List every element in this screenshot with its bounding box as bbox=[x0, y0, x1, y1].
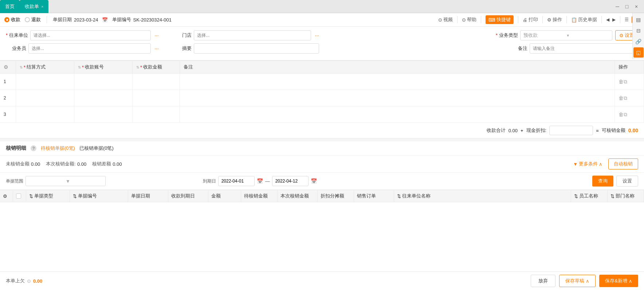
bth-sales: 销售订单 bbox=[354, 190, 394, 202]
th-account-label: * bbox=[82, 64, 84, 70]
save-draft-button[interactable]: 保存草稿 ∧ bbox=[559, 275, 596, 287]
row2-copy-icon[interactable]: ⧉ bbox=[624, 95, 627, 101]
note-field: 备注 bbox=[507, 43, 638, 54]
settings-gear-icon: ⚙ bbox=[4, 64, 8, 70]
store-input[interactable] bbox=[194, 30, 311, 40]
counterpart-more-icon[interactable]: ··· bbox=[154, 32, 159, 38]
td-row3-amount[interactable] bbox=[133, 106, 180, 122]
td-row1-method[interactable] bbox=[16, 74, 74, 90]
receipt-radio[interactable]: 收款 bbox=[4, 16, 20, 23]
td-row3-account[interactable] bbox=[74, 106, 133, 122]
row1-copy-icon[interactable]: ⧉ bbox=[624, 79, 627, 85]
window-min-button[interactable]: ─ bbox=[614, 3, 621, 10]
due-to-input[interactable] bbox=[272, 176, 309, 186]
refund-radio[interactable]: 退款 bbox=[25, 16, 41, 23]
staff-input[interactable] bbox=[28, 43, 151, 54]
prev-button[interactable]: ◀ bbox=[606, 17, 609, 22]
tab-receipt-close[interactable]: × bbox=[41, 4, 43, 9]
toolbar-divider-6 bbox=[566, 16, 567, 23]
save-new-button[interactable]: 保存&新增 ∧ bbox=[599, 275, 638, 287]
done-tab[interactable]: 已核销单据(0笔) bbox=[79, 145, 114, 152]
tab-receipt[interactable]: 收款单 × bbox=[20, 0, 48, 13]
td-row2-amount[interactable] bbox=[133, 90, 180, 106]
store-more-icon[interactable]: ··· bbox=[315, 32, 319, 38]
td-row2-account[interactable] bbox=[74, 90, 133, 106]
cal-from-icon[interactable]: 📅 bbox=[257, 178, 263, 184]
bth-pending: 待核销金额 bbox=[241, 190, 278, 202]
settings-gear-icon: ⚙ bbox=[619, 33, 624, 38]
refund-radio-dot bbox=[25, 17, 30, 22]
more-conditions-button[interactable]: ▼ 更多条件 ∧ bbox=[573, 161, 602, 167]
sidebar-icon-2[interactable]: ⊟ bbox=[633, 26, 644, 36]
th-settings[interactable]: ⚙ bbox=[0, 61, 16, 73]
ops-button[interactable]: ⚙ 操作 bbox=[547, 16, 562, 23]
shortcut-button[interactable]: ⌨ 快捷键 bbox=[486, 15, 514, 24]
date-picker-icon[interactable]: 📅 bbox=[102, 17, 108, 23]
writeoff-help-icon[interactable]: ? bbox=[31, 145, 36, 151]
bth-amount: 金额 bbox=[208, 190, 241, 202]
sidebar-icon-4[interactable]: ◱ bbox=[633, 47, 644, 58]
td-row1-account[interactable] bbox=[74, 74, 133, 90]
select-all-checkbox[interactable] bbox=[16, 193, 21, 199]
discount-input[interactable] bbox=[549, 126, 593, 135]
sidebar-icon-1[interactable]: ▤ bbox=[633, 15, 644, 25]
receipt-radio-dot bbox=[4, 17, 9, 22]
window-close-button[interactable]: × bbox=[633, 3, 640, 10]
plus-sign: + bbox=[521, 128, 523, 133]
cal-to-icon[interactable]: 📅 bbox=[311, 178, 317, 184]
total-value: 0.00 bbox=[508, 128, 518, 133]
print-button[interactable]: 🖨 打印 bbox=[523, 16, 538, 23]
help-circle[interactable]: ⊙ bbox=[27, 278, 31, 284]
note-input[interactable] bbox=[530, 43, 638, 54]
table-row: 1 🗑 ⧉ bbox=[0, 74, 644, 90]
td-row2-num: 2 bbox=[0, 90, 16, 106]
date-label: 单据日期 bbox=[53, 16, 72, 23]
uncancelled-stat: 未核销金额 0.00 bbox=[6, 161, 40, 167]
date-field: 单据日期 2023-03-24 📅 bbox=[53, 16, 108, 23]
btable-settings-icon: ⚙ bbox=[3, 193, 7, 199]
td-row1-remark[interactable] bbox=[180, 74, 615, 90]
window-max-button[interactable]: □ bbox=[624, 3, 630, 10]
row3-delete-icon[interactable]: 🗑 bbox=[619, 111, 624, 117]
td-row2-method[interactable] bbox=[16, 90, 74, 106]
counterpart-input[interactable] bbox=[30, 30, 151, 40]
discard-button[interactable]: 放弃 bbox=[531, 275, 555, 287]
auto-writeoff-button[interactable]: 自动核销 bbox=[608, 158, 638, 169]
due-from-input[interactable] bbox=[218, 176, 255, 186]
print-icon: 🖨 bbox=[523, 17, 527, 23]
query-button[interactable]: 查询 bbox=[592, 176, 613, 187]
diff-stat: 核销差额 0.00 bbox=[92, 161, 122, 167]
receipt-radio-label: 收款 bbox=[11, 16, 20, 23]
td-row3-method[interactable] bbox=[16, 106, 74, 122]
row2-delete-icon[interactable]: 🗑 bbox=[619, 95, 624, 101]
help-button[interactable]: ⊙ 帮助 bbox=[462, 16, 476, 23]
bth-settings[interactable]: ⚙ bbox=[0, 191, 13, 201]
available-label: 可核销金额 bbox=[602, 127, 625, 134]
summary-input[interactable] bbox=[194, 43, 319, 54]
writeoff-section: 核销明细 ? 待核销单据(0笔) 已核销单据(0笔) 未核销金额 0.00 本次… bbox=[0, 141, 644, 271]
row1-delete-icon[interactable]: 🗑 bbox=[619, 79, 624, 85]
list-view-button[interactable]: ☰ bbox=[625, 17, 629, 22]
tab-home[interactable]: 首页 bbox=[0, 0, 20, 13]
history-button[interactable]: 📋 历史单据 bbox=[571, 16, 597, 23]
video-button[interactable]: ⊙ 视频 bbox=[438, 16, 453, 23]
top-toolbar: 收款 退款 单据日期 2023-03-24 📅 单据编号 SK-20230324… bbox=[0, 13, 644, 27]
stats-row: 未核销金额 0.00 本次核销金额: 0.00 核销差额 0.00 ▼ 更多条件… bbox=[0, 156, 644, 173]
biz-type-select[interactable]: 预收款 ▼ bbox=[520, 30, 612, 40]
pending-tab[interactable]: 待核销单据(0笔) bbox=[41, 145, 75, 152]
sidebar-icon-3[interactable]: 🔗 bbox=[633, 36, 644, 47]
td-row3-remark[interactable] bbox=[180, 106, 615, 122]
biz-type-arrow: ▼ bbox=[566, 34, 609, 38]
staff-more-icon[interactable]: ··· bbox=[154, 46, 159, 51]
td-row2-remark[interactable] bbox=[180, 90, 615, 106]
tab-receipt-label: 收款单 bbox=[25, 3, 39, 10]
filter-settings-button[interactable]: 设置 bbox=[616, 176, 638, 187]
next-button[interactable]: ▶ bbox=[612, 17, 616, 22]
row3-copy-icon[interactable]: ⧉ bbox=[624, 111, 627, 118]
receipt-type-group: 收款 退款 bbox=[4, 16, 41, 23]
bth-staff: ⇅ 员工名称 bbox=[571, 190, 608, 202]
toolbar-divider-1 bbox=[47, 16, 47, 23]
toolbar-divider-8 bbox=[620, 16, 620, 23]
range-select[interactable]: ▼ bbox=[25, 176, 106, 186]
td-row1-amount[interactable] bbox=[133, 74, 180, 90]
